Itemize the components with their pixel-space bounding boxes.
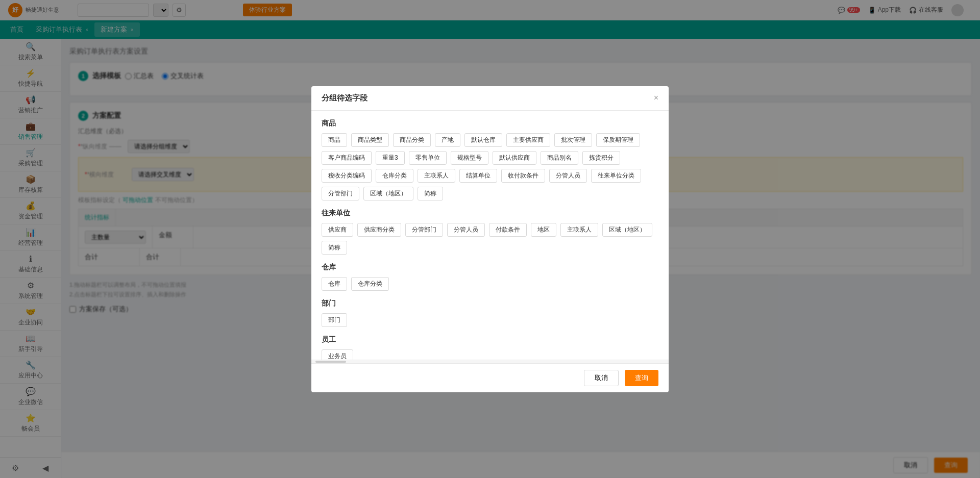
field-tags-2: 仓库仓库分类 xyxy=(322,277,658,291)
field-tag-0-10[interactable]: 零售单位 xyxy=(409,151,447,165)
modal-footer: 取消 查询 xyxy=(311,363,669,392)
field-tag-0-18[interactable]: 结算单位 xyxy=(459,169,497,183)
field-tag-1-7[interactable]: 区域（地区） xyxy=(602,223,652,237)
field-tags-4: 业务员 xyxy=(322,349,658,360)
field-tag-1-2[interactable]: 分管部门 xyxy=(405,223,443,237)
field-tag-1-6[interactable]: 主联系人 xyxy=(560,223,598,237)
modal: 分组待选字段 × 商品商品商品类型商品分类产地默认仓库主要供应商批次管理保质期管… xyxy=(311,86,669,392)
modal-cancel-button[interactable]: 取消 xyxy=(584,370,619,386)
field-tags-1: 供应商供应商分类分管部门分管人员付款条件地区主联系人区域（地区）简称 xyxy=(322,223,658,255)
field-tag-1-3[interactable]: 分管人员 xyxy=(447,223,485,237)
field-tag-0-13[interactable]: 商品别名 xyxy=(541,151,578,165)
modal-header: 分组待选字段 × xyxy=(311,86,669,111)
field-tag-1-1[interactable]: 供应商分类 xyxy=(357,223,401,237)
field-group-title-3: 部门 xyxy=(322,299,658,308)
field-group-title-1: 往来单位 xyxy=(322,209,658,218)
field-tag-3-0[interactable]: 部门 xyxy=(322,313,347,327)
field-tag-0-14[interactable]: 拣货积分 xyxy=(582,151,620,165)
field-tag-1-4[interactable]: 付款条件 xyxy=(489,223,527,237)
field-tag-0-2[interactable]: 商品分类 xyxy=(393,133,431,147)
field-tag-1-5[interactable]: 地区 xyxy=(531,223,556,237)
field-tag-1-0[interactable]: 供应商 xyxy=(322,223,353,237)
field-group-4: 员工业务员 xyxy=(322,335,658,360)
field-group-title-2: 仓库 xyxy=(322,263,658,272)
field-tag-0-1[interactable]: 商品类型 xyxy=(351,133,389,147)
field-tag-0-4[interactable]: 默认仓库 xyxy=(464,133,502,147)
field-group-title-4: 员工 xyxy=(322,335,658,344)
modal-title: 分组待选字段 xyxy=(322,93,368,103)
modal-horizontal-scrollbar[interactable] xyxy=(311,360,669,363)
field-tag-0-12[interactable]: 默认供应商 xyxy=(493,151,536,165)
field-group-2: 仓库仓库仓库分类 xyxy=(322,263,658,291)
field-tag-0-16[interactable]: 仓库分类 xyxy=(376,169,413,183)
field-tag-0-15[interactable]: 税收分类编码 xyxy=(322,169,372,183)
field-tag-0-23[interactable]: 区域（地区） xyxy=(363,187,413,200)
field-tag-0-6[interactable]: 批次管理 xyxy=(554,133,592,147)
modal-confirm-button[interactable]: 查询 xyxy=(625,370,658,386)
field-tag-0-7[interactable]: 保质期管理 xyxy=(596,133,640,147)
field-group-0: 商品商品商品类型商品分类产地默认仓库主要供应商批次管理保质期管理客户商品编码重量… xyxy=(322,119,658,200)
field-group-title-0: 商品 xyxy=(322,119,658,128)
field-tag-0-21[interactable]: 往来单位分类 xyxy=(591,169,641,183)
field-tag-2-0[interactable]: 仓库 xyxy=(322,277,347,291)
modal-body: 商品商品商品类型商品分类产地默认仓库主要供应商批次管理保质期管理客户商品编码重量… xyxy=(311,111,669,360)
field-tag-2-1[interactable]: 仓库分类 xyxy=(351,277,389,291)
field-tag-0-22[interactable]: 分管部门 xyxy=(322,187,359,200)
field-tag-0-24[interactable]: 简称 xyxy=(418,187,443,200)
modal-overlay[interactable]: 分组待选字段 × 商品商品商品类型商品分类产地默认仓库主要供应商批次管理保质期管… xyxy=(0,0,980,478)
field-tag-0-19[interactable]: 收付款条件 xyxy=(501,169,545,183)
field-tag-1-8[interactable]: 简称 xyxy=(322,241,347,255)
field-tag-0-11[interactable]: 规格型号 xyxy=(451,151,488,165)
field-tags-3: 部门 xyxy=(322,313,658,327)
modal-close-button[interactable]: × xyxy=(654,93,658,103)
field-tag-0-0[interactable]: 商品 xyxy=(322,133,347,147)
field-group-3: 部门部门 xyxy=(322,299,658,327)
field-tag-0-9[interactable]: 重量3 xyxy=(376,151,405,165)
field-tags-0: 商品商品类型商品分类产地默认仓库主要供应商批次管理保质期管理客户商品编码重量3零… xyxy=(322,133,658,200)
field-tag-4-0[interactable]: 业务员 xyxy=(322,349,353,360)
field-tag-0-5[interactable]: 主要供应商 xyxy=(506,133,550,147)
field-tag-0-3[interactable]: 产地 xyxy=(435,133,460,147)
field-tag-0-8[interactable]: 客户商品编码 xyxy=(322,151,372,165)
field-group-1: 往来单位供应商供应商分类分管部门分管人员付款条件地区主联系人区域（地区）简称 xyxy=(322,209,658,255)
field-tag-0-20[interactable]: 分管人员 xyxy=(549,169,587,183)
field-tag-0-17[interactable]: 主联系人 xyxy=(418,169,455,183)
